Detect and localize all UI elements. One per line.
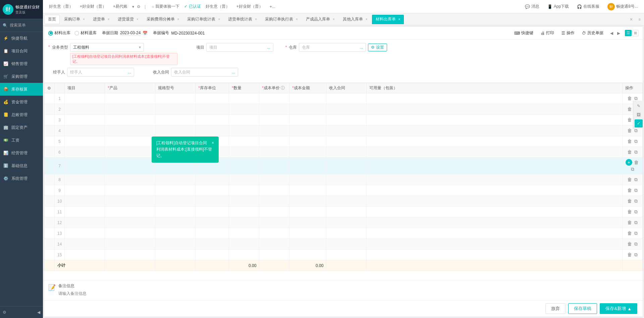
warehouse-input[interactable]: 仓库 ... [299, 43, 366, 52]
tab-close-all-icon[interactable]: ✕ [628, 16, 635, 22]
row-qty-cell[interactable] [229, 185, 259, 196]
row-cost-price-cell[interactable] [259, 185, 289, 196]
row-cost-amount-cell[interactable] [289, 125, 326, 136]
row-project-cell[interactable] [65, 115, 105, 125]
row-unit-cell[interactable] [196, 228, 229, 239]
row-unit-cell[interactable] [196, 196, 229, 207]
topbar-message[interactable]: 💬 消息 [523, 3, 541, 10]
delete-row-btn[interactable]: 🗑 [627, 106, 633, 112]
row-cost-price-cell[interactable] [259, 136, 289, 147]
sidebar-collapse-icon[interactable]: ◀ [37, 310, 40, 315]
row-project-input[interactable] [67, 164, 102, 168]
income-contract-input[interactable]: 收入合同 ... [171, 68, 238, 76]
row-product-input[interactable] [108, 164, 152, 168]
row-spec-cell[interactable] [155, 250, 196, 260]
row-unit-cell[interactable] [196, 217, 229, 228]
settings-btn[interactable]: ⚙ 设置 [368, 44, 387, 51]
row-cost-price-cell[interactable] [259, 174, 289, 185]
delete-row-btn[interactable]: 🗑 [627, 116, 633, 123]
operation-btn[interactable]: ☰ 操作 [559, 30, 577, 37]
sidebar-item-finance[interactable]: 💰资金管理 [0, 96, 43, 108]
copy-row-btn[interactable]: ⧉ [634, 219, 638, 226]
sidebar-item-inventory[interactable]: 📦库存核算 [0, 83, 43, 96]
history-btn[interactable]: ⏱ 历史单据 [580, 30, 605, 37]
print-btn[interactable]: 🖨 打印 [539, 30, 556, 37]
row-product-cell[interactable] [105, 136, 155, 147]
row-project-cell[interactable] [65, 104, 105, 115]
delete-row-btn[interactable]: 🗑 [627, 127, 633, 134]
save-new-button[interactable]: 保存&新增 ▲ [600, 303, 637, 314]
row-project-cell[interactable] [65, 228, 105, 239]
row-available-qty-cell[interactable] [367, 217, 623, 228]
row-available-qty-cell[interactable] [367, 158, 623, 174]
row-available-qty-cell[interactable] [367, 185, 623, 196]
row-unit-cell[interactable] [196, 239, 229, 250]
row-income-contract-cell[interactable] [326, 147, 367, 158]
row-spec-cell[interactable] [155, 93, 196, 104]
row-spec-cell[interactable] [155, 104, 196, 115]
row-income-contract-cell[interactable] [326, 239, 367, 250]
sidebar-item-fixed-assets[interactable]: 🏢固定资产 [0, 121, 43, 134]
row-product-cell[interactable] [105, 250, 155, 260]
tab-首页[interactable]: 首页 [44, 15, 60, 24]
discard-button[interactable]: 放弃 [545, 303, 566, 314]
topbar-biz-1[interactable]: 好生意（普） [204, 3, 232, 10]
row-project-cell[interactable] [65, 125, 105, 136]
info-icon[interactable]: ⓘ [281, 86, 285, 90]
sidebar-item-accounting[interactable]: 📒总账管理 [0, 108, 43, 121]
row-product-cell[interactable] [105, 125, 155, 136]
tab-close-icon[interactable]: × [296, 17, 298, 21]
row-cost-price-cell[interactable] [259, 207, 289, 217]
tab-进货单统计表[interactable]: 进货单统计表× [224, 15, 261, 24]
row-project-cell[interactable] [65, 93, 105, 104]
row-income-contract-cell[interactable] [326, 217, 367, 228]
row-spec-cell[interactable] [155, 125, 196, 136]
topbar-dropdown-arrow[interactable]: ▾ [132, 4, 134, 9]
row-cost-price-cell[interactable] [259, 93, 289, 104]
row-cost-price-cell[interactable] [259, 158, 289, 174]
row-unit-cell[interactable] [196, 125, 229, 136]
row-spec-cell[interactable] [155, 115, 196, 125]
delete-row-btn[interactable]: 🗑 [627, 251, 633, 258]
row-cost-amount-cell[interactable] [289, 250, 326, 260]
row-product-cell[interactable] [105, 228, 155, 239]
copy-row-btn[interactable]: ⧉ [634, 138, 638, 145]
row-cost-price-cell[interactable] [259, 125, 289, 136]
tab-采购费用分摊单[interactable]: 采购费用分摊单× [143, 15, 183, 24]
row-cost-price-cell[interactable] [259, 217, 289, 228]
delete-row-btn[interactable]: 🗑 [627, 187, 633, 194]
row-qty-cell[interactable] [229, 250, 259, 260]
row-available-qty-cell[interactable] [367, 239, 623, 250]
topbar-nav-1[interactable]: 好生意（普） [47, 3, 75, 10]
right-panel-check-btn[interactable]: ✓ [635, 119, 643, 127]
topbar-user[interactable]: 财 畅捷通8号... [605, 2, 640, 11]
row-spec-cell[interactable] [155, 196, 196, 207]
sidebar-item-project-contract[interactable]: 📋项目合同 [0, 45, 43, 57]
tab-进货单[interactable]: 进货单× [89, 15, 113, 24]
row-cost-price-cell[interactable] [259, 104, 289, 115]
row-cost-amount-cell[interactable] [289, 93, 326, 104]
row-income-contract-cell[interactable] [326, 104, 367, 115]
row-available-qty-cell[interactable] [367, 136, 623, 147]
sidebar-item-payroll[interactable]: 💵工资 [0, 134, 43, 147]
project-expand-btn[interactable]: ... [267, 45, 270, 50]
tab-close-icon[interactable]: × [255, 17, 257, 21]
tab-其他入库单[interactable]: 其他入库单× [339, 15, 371, 24]
row-qty-cell[interactable] [229, 93, 259, 104]
topbar-biz-2[interactable]: +好业财（普） [234, 3, 265, 10]
page-next-btn[interactable]: ▶ [616, 30, 622, 36]
row-qty-cell[interactable] [229, 217, 259, 228]
tab-list-icon[interactable]: ≡ [636, 16, 643, 22]
topbar-online-service[interactable]: 🎧 在线客服 [575, 3, 601, 10]
th-settings[interactable]: ⚙ [45, 83, 55, 93]
row-project-cell[interactable] [65, 174, 105, 185]
row-qty-cell[interactable] [229, 174, 259, 185]
topbar-more[interactable]: +... [268, 4, 277, 10]
sidebar-item-system[interactable]: ⚙️系统管理 [0, 172, 43, 185]
row-product-cell[interactable] [105, 217, 155, 228]
row-available-qty-cell[interactable] [367, 115, 623, 125]
row-unit-cell[interactable] [196, 174, 229, 185]
save-draft-button[interactable]: 保存草稿 [568, 303, 597, 314]
project-input[interactable]: 项目 ... [206, 43, 273, 52]
row-project-cell[interactable] [65, 136, 105, 147]
